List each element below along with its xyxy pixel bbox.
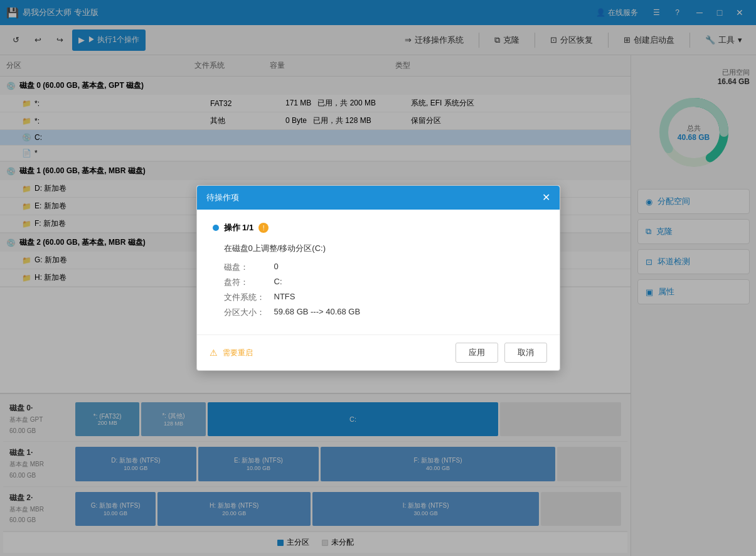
- operation-dot: [213, 225, 219, 231]
- modal-row-size: 分区大小： 59.68 GB ---> 40.68 GB: [224, 307, 544, 318]
- modal-table: 磁盘： 0 盘符： C: 文件系统： NTFS 分区大小： 59.68 GB -…: [224, 262, 544, 318]
- modal-row-partition: 盘符： C:: [224, 277, 544, 288]
- partition-val: C:: [274, 277, 282, 288]
- warning-text: 需要重启: [223, 348, 253, 358]
- operation-badge: !: [258, 223, 269, 233]
- modal-body: 操作 1/1 ! 在磁盘0上调整/移动分区(C:) 磁盘： 0 盘符： C: 文…: [197, 210, 560, 334]
- modal-footer-buttons: 应用 取消: [455, 343, 547, 363]
- disk-val: 0: [274, 262, 279, 273]
- modal-operation-header: 操作 1/1 !: [213, 222, 544, 233]
- modal-title: 待操作项: [206, 192, 239, 203]
- modal-close-btn[interactable]: ✕: [542, 193, 550, 203]
- warning-icon: ⚠: [210, 348, 218, 358]
- cancel-btn[interactable]: 取消: [504, 343, 547, 363]
- apply-btn[interactable]: 应用: [455, 343, 498, 363]
- modal-warning: ⚠ 需要重启: [210, 348, 253, 358]
- modal-detail: 在磁盘0上调整/移动分区(C:) 磁盘： 0 盘符： C: 文件系统： NTFS: [213, 243, 544, 318]
- modal-header: 待操作项 ✕: [197, 186, 560, 210]
- modal-row-fs: 文件系统： NTFS: [224, 292, 544, 303]
- modal-operation-desc: 在磁盘0上调整/移动分区(C:): [224, 243, 544, 254]
- disk-key: 磁盘：: [224, 262, 274, 273]
- modal-footer: ⚠ 需要重启 应用 取消: [197, 334, 560, 370]
- pending-operations-modal: 待操作项 ✕ 操作 1/1 ! 在磁盘0上调整/移动分区(C:) 磁盘： 0 盘…: [196, 185, 560, 371]
- modal-overlay: 待操作项 ✕ 操作 1/1 ! 在磁盘0上调整/移动分区(C:) 磁盘： 0 盘…: [0, 0, 756, 556]
- partition-key: 盘符：: [224, 277, 274, 288]
- operation-title: 操作 1/1: [224, 222, 254, 233]
- size-key: 分区大小：: [224, 307, 274, 318]
- size-val: 59.68 GB ---> 40.68 GB: [274, 307, 361, 318]
- fs-key: 文件系统：: [224, 292, 274, 303]
- modal-row-disk: 磁盘： 0: [224, 262, 544, 273]
- fs-val: NTFS: [274, 292, 295, 303]
